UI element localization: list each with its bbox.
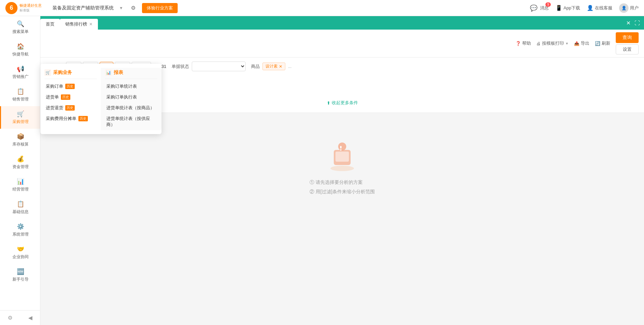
sales-icon: 📋 (17, 88, 24, 95)
goods-label: 商品 (251, 64, 260, 70)
dropdown-item-inbound-by-supplier[interactable]: 进货单统计表（按供应商） (105, 113, 157, 130)
dropdown-item-expense[interactable]: 采购费用分摊单 历史 (44, 113, 97, 124)
trial-button[interactable]: 体验行业方案 (142, 3, 178, 13)
inbound-label: 进货单 (46, 94, 59, 100)
print-label: 按模板打印 (542, 40, 564, 46)
col1-title-text: 采购业务 (53, 70, 72, 76)
query-button[interactable]: 查询 (616, 32, 639, 43)
sidebar-label-inventory: 库存核算 (12, 141, 29, 147)
sidebar-settings-btn[interactable]: ⚙ (8, 315, 12, 321)
tab-home[interactable]: 首页 (40, 19, 60, 30)
svg-rect-2 (335, 152, 349, 162)
collapse-up-icon: ⬆ (327, 100, 330, 106)
help-label: 帮助 (522, 40, 531, 46)
export-icon: 📤 (574, 41, 579, 46)
svg-rect-4 (340, 146, 342, 149)
sidebar-bottom: ⚙ ◀ (0, 310, 40, 325)
logo-icon: 6 (5, 2, 17, 14)
user-area[interactable]: 👤 用户 (619, 3, 639, 13)
empty-hint-2: ② 用[过滤]条件来缩小分析范围 (310, 187, 375, 196)
sidebar-item-quick-nav[interactable]: 🏠 快捷导航 (0, 39, 40, 61)
dropdown-item-return[interactable]: 进货退货 历史 (44, 103, 97, 113)
header-center: 装备及固定资产辅助管理系统 ▼ ⚙ 体验行业方案 (46, 3, 530, 13)
top-header: 6 畅捷通好生意 标准版 装备及固定资产辅助管理系统 ▼ ⚙ 体验行业方案 💬 … (0, 0, 644, 16)
sidebar-label-marketing: 营销推广 (12, 74, 29, 80)
dropdown-item-inbound-by-goods[interactable]: 进货单统计表（按商品） (105, 103, 157, 113)
sidebar-item-basic[interactable]: 📋 基础信息 (0, 196, 40, 219)
filter-goods: 商品 设计素 ✕ ... (251, 63, 291, 70)
home-icon: 🏠 (17, 43, 24, 50)
guide-icon: 🆕 (17, 268, 24, 275)
content-area: 首页 销售排行榜 ✕ ✕ ⛶ ❓ 帮助 🖨 按模板打印 (40, 16, 644, 325)
goods-ellipsis[interactable]: ... (288, 64, 291, 69)
print-icon: 🖨 (536, 41, 541, 46)
sidebar-label-operations: 经营管理 (12, 187, 29, 192)
svg-rect-5 (340, 149, 342, 151)
sidebar-item-sales[interactable]: 📋 销售管理 (0, 84, 40, 106)
sidebar-item-guide[interactable]: 🆕 新手引导 (0, 264, 40, 286)
export-action[interactable]: 📤 导出 (574, 40, 589, 46)
message-area[interactable]: 💬 9 消息 (530, 4, 549, 12)
tab-fullscreen-btn[interactable]: ⛶ (635, 20, 640, 26)
empty-hint-1: ① 请先选择要分析的方案 (310, 177, 375, 187)
toolbar-row: ❓ 帮助 🖨 按模板打印 ▼ 📤 导出 🔄 刷新 查询 (40, 30, 644, 57)
col2-title-text: 报表 (114, 70, 123, 76)
tab-close-btn[interactable]: ✕ (626, 20, 631, 26)
print-dropdown-icon[interactable]: ▼ (565, 42, 569, 45)
sidebar-item-finance[interactable]: 💰 资金管理 (0, 151, 40, 174)
set-button[interactable]: 设置 (616, 44, 639, 54)
system-dropdown-icon[interactable]: ▼ (118, 5, 124, 11)
goods-tag-close[interactable]: ✕ (279, 64, 282, 69)
tab-sales-rank-label: 销售排行榜 (65, 21, 87, 27)
sidebar-label-quick: 快捷导航 (12, 51, 29, 57)
svg-point-0 (330, 166, 354, 171)
app-download[interactable]: 📱 App下载 (556, 5, 580, 11)
logo-area: 6 畅捷通好生意 标准版 (5, 2, 46, 14)
expense-label: 采购费用分摊单 (46, 116, 76, 122)
col1-icon: 🛒 (44, 69, 51, 76)
expense-history: 历史 (78, 116, 88, 121)
return-label: 进货退货 (46, 105, 63, 111)
po-stats-label: 采购订单统计表 (106, 83, 137, 89)
dropdown-col-report: 📊 报表 采购订单统计表 采购订单执行表 进货单统计表（按商品） 进货单统计表（… (101, 68, 162, 130)
dropdown-item-inbound[interactable]: 进货单 历史 (44, 92, 97, 103)
dropdown-item-po-stats[interactable]: 采购订单统计表 (105, 81, 157, 92)
sidebar-label-purchase: 采购管理 (12, 119, 29, 125)
sidebar-label-enterprise: 企业协同 (12, 254, 29, 260)
sidebar-item-marketing[interactable]: 📢 营销推广 (0, 61, 40, 84)
sidebar-item-search[interactable]: 🔍 搜索菜单 (0, 16, 40, 39)
app-download-label: App下载 (564, 5, 580, 11)
goods-tag: 设计素 ✕ (262, 63, 285, 70)
purchase-dropdown-menu: 🛒 采购业务 采购订单 历史 进货单 历史 进货退货 历史 采购费用分摊单 历史 (40, 64, 162, 134)
sidebar-item-operations[interactable]: 📊 经营管理 (0, 174, 40, 196)
online-service-label: 在线客服 (595, 5, 612, 11)
print-action[interactable]: 🖨 按模板打印 ▼ (536, 40, 569, 46)
return-history: 历史 (65, 105, 75, 111)
help-action[interactable]: ❓ 帮助 (515, 40, 531, 46)
sidebar-collapse-btn[interactable]: ◀ (28, 315, 32, 321)
sidebar-item-purchase[interactable]: 🛒 采购管理 (0, 106, 40, 129)
tab-close-icon[interactable]: ✕ (89, 22, 93, 27)
purchase-order-history: 历史 (65, 84, 75, 89)
sidebar-label-search: 搜索菜单 (12, 29, 29, 35)
dropdown-item-po-exec[interactable]: 采购订单执行表 (105, 92, 157, 103)
sidebar-item-inventory[interactable]: 📦 库存核算 (0, 129, 40, 151)
sidebar: 🔍 搜索菜单 🏠 快捷导航 📢 营销推广 📋 销售管理 🛒 采购管理 📦 库存核… (0, 16, 40, 325)
empty-illustration (325, 140, 359, 173)
tab-sales-rank[interactable]: 销售排行榜 ✕ (60, 19, 98, 30)
sidebar-label-basic: 基础信息 (12, 209, 29, 215)
col2-title: 📊 报表 (105, 68, 157, 79)
refresh-action[interactable]: 🔄 刷新 (595, 40, 610, 46)
online-service[interactable]: 👤 在线客服 (587, 5, 612, 11)
dropdown-item-purchase-order[interactable]: 采购订单 历史 (44, 81, 97, 92)
tab-right-actions: ✕ ⛶ (626, 20, 640, 26)
logo-sub: 标准版 (20, 8, 42, 13)
user-avatar: 👤 (619, 3, 629, 13)
status-select[interactable] (192, 62, 246, 71)
sidebar-item-system[interactable]: ⚙️ 系统管理 (0, 219, 40, 241)
col2-icon: 📊 (105, 69, 112, 76)
settings-icon[interactable]: ⚙ (129, 3, 138, 13)
sidebar-label-system: 系统管理 (12, 232, 29, 237)
sidebar-item-enterprise[interactable]: 🤝 企业协同 (0, 241, 40, 264)
purchase-icon: 🛒 (17, 110, 24, 118)
